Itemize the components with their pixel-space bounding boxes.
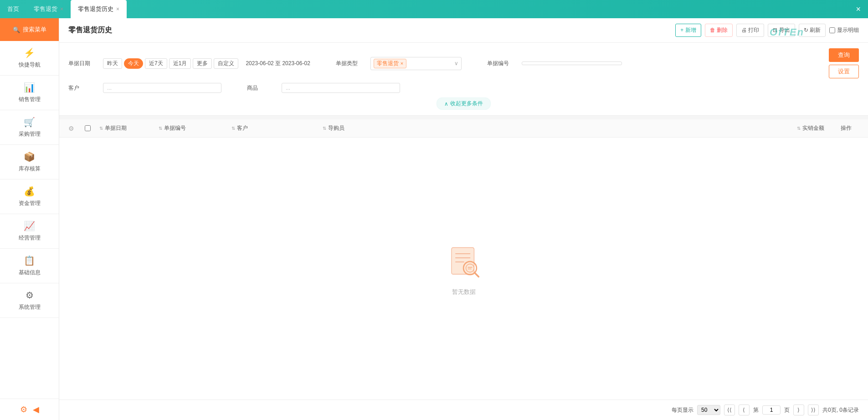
th-number: ⇅ 单据编号: [155, 124, 228, 132]
th-operation: 操作: [828, 124, 864, 132]
date-btn-custom[interactable]: 自定义: [214, 58, 238, 69]
sidebar-item-sales-label: 销售管理: [19, 96, 41, 103]
top-bar: 首页 零售退货 × 零售退货历史 × ×: [0, 0, 868, 18]
customer-input[interactable]: ...: [103, 83, 221, 93]
tab-list: 首页 零售退货 × 零售退货历史 ×: [0, 0, 848, 18]
th-customer-sort-icon: ⇅: [231, 126, 235, 131]
window-close-button[interactable]: ×: [848, 5, 868, 14]
sidebar-item-basic-info[interactable]: 📋 基础信息: [0, 249, 59, 283]
sidebar-search[interactable]: 🔍 搜索菜单: [0, 18, 59, 41]
th-date: ⇅ 单据日期: [96, 124, 155, 132]
doc-num-label: 单据编号: [487, 60, 514, 67]
collapse-row: ∧ 收起更多条件: [68, 97, 859, 110]
page-header: 零售退货历史 + 新增 🗑 删除 🖨 打印 ⊡ 导出 ↻ 刷新 显示明细: [59, 18, 868, 43]
setting-button[interactable]: 设置: [829, 65, 859, 78]
svg-line-6: [474, 272, 478, 277]
th-amount-sort-icon: ⇅: [797, 126, 801, 131]
th-guide-label: 导购员: [328, 124, 344, 132]
collapse-label: 收起更多条件: [450, 100, 483, 108]
select-all-checkbox[interactable]: [85, 125, 91, 131]
page-number-input[interactable]: 1: [762, 405, 781, 415]
th-operation-label: 操作: [841, 124, 852, 132]
show-detail-wrap: 显示明细: [829, 26, 859, 34]
last-page-button[interactable]: ⟩⟩: [808, 405, 819, 415]
th-amount-label: 实销金额: [802, 124, 824, 132]
refresh-button[interactable]: ↻ 刷新: [799, 24, 826, 37]
sidebar-item-finance-label: 资金管理: [19, 200, 41, 207]
sidebar-item-quick-nav-label: 快捷导航: [19, 61, 41, 69]
date-btn-7days[interactable]: 近7天: [145, 58, 167, 69]
type-tag-close[interactable]: ×: [401, 61, 403, 66]
sidebar-item-system[interactable]: ⚙ 系统管理: [0, 283, 59, 318]
th-checkbox[interactable]: [79, 125, 96, 131]
sidebar-item-basic-info-label: 基础信息: [19, 269, 41, 277]
system-icon: ⚙: [26, 290, 34, 301]
th-amount: ⇅ 实销金额: [392, 124, 828, 132]
sidebar-item-finance[interactable]: 💰 资金管理: [0, 179, 59, 214]
print-button[interactable]: 🖨 打印: [736, 24, 764, 37]
tab-home-label: 首页: [7, 5, 19, 13]
main-layout: 🔍 搜索菜单 ⚡ 快捷导航 📊 销售管理 🛒 采购管理 📦 库存核算 💰 资金管…: [0, 18, 868, 420]
show-detail-checkbox[interactable]: [829, 27, 835, 33]
collapse-button[interactable]: ∧ 收起更多条件: [437, 97, 491, 110]
empty-state: 暂无数据: [59, 138, 868, 400]
collapse-up-icon: ∧: [444, 101, 448, 107]
th-customer-label: 客户: [237, 124, 248, 132]
sidebar-item-inventory-label: 库存核算: [19, 165, 41, 173]
export-button[interactable]: ⊡ 导出: [768, 24, 795, 37]
date-btn-today[interactable]: 今天: [124, 58, 143, 69]
first-page-button[interactable]: ⟨⟨: [724, 405, 735, 415]
prev-page-button[interactable]: ⟨: [739, 405, 750, 415]
goods-input[interactable]: ...: [282, 83, 400, 93]
settings-gear-icon: ⚙: [68, 125, 74, 132]
sales-icon: 📊: [24, 82, 35, 93]
date-range-display: 2023-06-02 至 2023-06-02: [246, 60, 310, 67]
customer-ellipsis: ...: [107, 85, 112, 91]
sidebar-item-inventory[interactable]: 📦 库存核算: [0, 145, 59, 179]
th-customer: ⇅ 客户: [228, 124, 319, 132]
page-title: 零售退货历史: [68, 26, 112, 41]
tab-home[interactable]: 首页: [0, 0, 26, 18]
total-records-label: 共0页, 0条记录: [822, 406, 859, 414]
type-dropdown-icon: ∨: [454, 60, 458, 67]
content-area: 零售退货历史 + 新增 🗑 删除 🖨 打印 ⊡ 导出 ↻ 刷新 显示明细 单据日…: [59, 18, 868, 420]
tab-retail-return-history[interactable]: 零售退货历史 ×: [71, 0, 127, 18]
sidebar-item-purchase[interactable]: 🛒 采购管理: [0, 110, 59, 145]
tab-retail-return[interactable]: 零售退货 ×: [26, 0, 71, 18]
doc-num-input[interactable]: [522, 61, 622, 65]
empty-illustration: [443, 241, 484, 282]
date-btn-yesterday[interactable]: 昨天: [103, 58, 122, 69]
search-icon: 🔍: [13, 26, 20, 33]
tab-retail-return-close[interactable]: ×: [60, 6, 63, 12]
th-date-sort-icon: ⇅: [99, 126, 103, 131]
next-page-button[interactable]: ⟩: [793, 405, 804, 415]
sidebar-item-sales[interactable]: 📊 销售管理: [0, 76, 59, 110]
date-filter-buttons: 昨天 今天 近7天 近1月 更多 自定义: [103, 58, 238, 69]
svg-point-5: [466, 264, 474, 272]
operations-icon: 📈: [24, 220, 35, 231]
customer-label: 客户: [68, 84, 96, 92]
goods-ellipsis: ...: [286, 85, 290, 91]
type-filter-label: 单据类型: [336, 60, 363, 67]
query-button[interactable]: 查询: [829, 48, 859, 62]
delete-button[interactable]: 🗑 删除: [705, 24, 733, 37]
collapse-sidebar-icon[interactable]: ◀: [33, 405, 39, 415]
per-page-select[interactable]: 50 100 200: [697, 405, 720, 415]
date-btn-more[interactable]: 更多: [193, 58, 212, 69]
tab-retail-return-history-close[interactable]: ×: [116, 6, 119, 12]
sidebar-item-quick-nav[interactable]: ⚡ 快捷导航: [0, 41, 59, 76]
date-btn-1month[interactable]: 近1月: [169, 58, 191, 69]
tab-retail-return-history-label: 零售退货历史: [78, 5, 113, 13]
per-page-label: 每页显示: [672, 406, 693, 414]
type-filter-wrap[interactable]: 零售退货 × ∨: [370, 57, 462, 70]
new-button[interactable]: + 新增: [675, 24, 701, 37]
goods-label: 商品: [247, 84, 274, 92]
inventory-icon: 📦: [24, 151, 35, 162]
sidebar-bottom: ⚙ ◀: [0, 399, 59, 420]
sidebar-item-operations-label: 经营管理: [19, 234, 41, 242]
settings-bottom-icon[interactable]: ⚙: [20, 405, 27, 415]
table-header: ⚙ ⇅ 单据日期 ⇅ 单据编号 ⇅ 客户 ⇅: [59, 119, 868, 138]
sidebar-item-operations[interactable]: 📈 经营管理: [0, 214, 59, 249]
th-settings[interactable]: ⚙: [63, 125, 79, 132]
th-guide-sort-icon: ⇅: [323, 126, 326, 131]
